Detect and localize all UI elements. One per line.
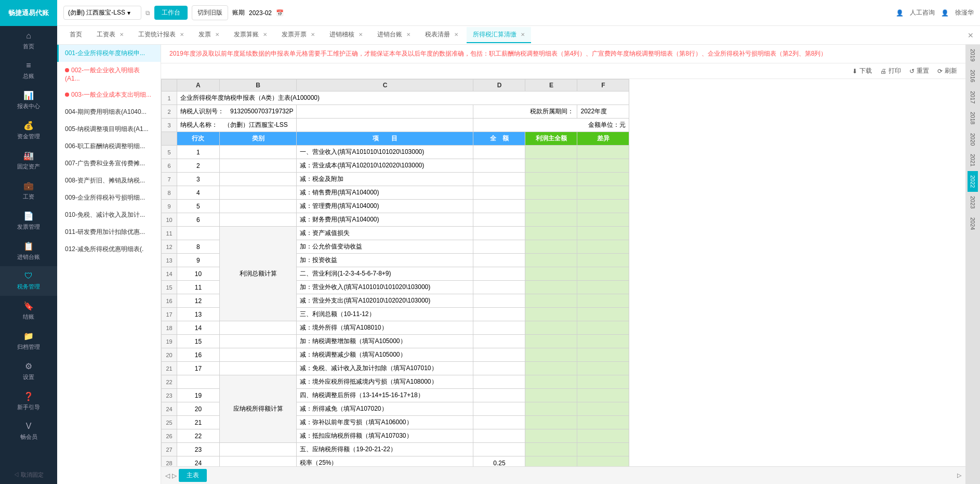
cell-lirun-11[interactable]	[525, 281, 577, 294]
left-panel-item-004[interactable]: 004-期间费用明细表(A1040...	[57, 103, 161, 121]
cell-quane-12[interactable]	[473, 294, 525, 308]
cell-chay-10[interactable]	[577, 267, 629, 281]
cell-quane-17[interactable]	[473, 362, 525, 375]
year-2020[interactable]: 2020	[968, 129, 978, 150]
tab-salary-close[interactable]: ✕	[120, 32, 124, 37]
cell-chay-7[interactable]	[577, 227, 629, 240]
cell-quane-24[interactable]: 0.25	[473, 456, 525, 466]
cell-xuhao-8[interactable]: 8	[177, 240, 220, 254]
sidebar-item-close[interactable]: 🔖 结账	[0, 296, 57, 326]
cell-quane-19[interactable]	[473, 389, 525, 402]
cell-xuhao-14[interactable]: 14	[177, 321, 220, 335]
left-panel-item-010[interactable]: 010-免税、减计收入及加计...	[57, 206, 161, 224]
cell-leibie-1[interactable]	[219, 146, 297, 159]
cell-xuhao-7a[interactable]	[177, 227, 220, 240]
table-row[interactable]: 18 14 减：境外所得（填写A108010）	[162, 321, 629, 335]
cell-xuhao-5[interactable]: 5	[177, 200, 220, 213]
cell-quane-18[interactable]	[473, 375, 525, 389]
year-2022[interactable]: 2022	[968, 171, 978, 192]
sidebar-item-assets[interactable]: 🏭 固定资产	[0, 146, 57, 176]
table-row[interactable]: 7 3 减：税金及附加	[162, 173, 629, 186]
cell-xuhao-10[interactable]: 10	[177, 267, 220, 281]
tab-home[interactable]: 首页	[63, 27, 88, 43]
cell-lirun-18[interactable]	[525, 375, 577, 389]
cell-quane-13[interactable]	[473, 308, 525, 321]
year-2019[interactable]: 2019	[968, 45, 978, 66]
left-panel-item-001[interactable]: 001-企业所得税年度纳税申...	[57, 45, 161, 62]
table-row[interactable]: 27 23 五、应纳税所得额（19-20-21-22）	[162, 443, 629, 456]
cell-lirun-2[interactable]	[525, 159, 577, 173]
cell-leibie-3[interactable]	[219, 173, 297, 186]
cell-lirun-5[interactable]	[525, 200, 577, 213]
table-row[interactable]: 10 6 减：财务费用(填写A104000)	[162, 213, 629, 227]
workbench-button[interactable]: 工作台	[154, 6, 188, 20]
tab-audit-close[interactable]: ✕	[359, 32, 363, 37]
sidebar-item-salary[interactable]: 💼 工资	[0, 176, 57, 206]
cell-leibie-16[interactable]	[219, 348, 297, 362]
cell-lirun-24[interactable]	[525, 456, 577, 466]
cell-lirun-8[interactable]	[525, 240, 577, 254]
table-row[interactable]: 8 4 减：销售费用(填写A104000)	[162, 186, 629, 200]
sidebar-item-fund[interactable]: 💰 资金管理	[0, 115, 57, 146]
cell-chay-18[interactable]	[577, 375, 629, 389]
cell-lirun-7[interactable]	[525, 227, 577, 240]
cell-xuhao-3[interactable]: 3	[177, 173, 220, 186]
cell-chay-11[interactable]	[577, 281, 629, 294]
year-2018[interactable]: 2018	[968, 108, 978, 128]
cell-xuhao-2[interactable]: 2	[177, 159, 220, 173]
tab-invoice-open-close[interactable]: ✕	[311, 32, 315, 37]
year-2024[interactable]: 2024	[968, 213, 978, 234]
cell-lirun-21[interactable]	[525, 416, 577, 429]
sheet-tab-main[interactable]: 主表	[179, 469, 207, 482]
left-panel-item-009[interactable]: 009-企业所得税补亏损明细...	[57, 189, 161, 206]
cell-lirun-20[interactable]	[525, 402, 577, 416]
sidebar-item-report[interactable]: 📊 报表中心	[0, 85, 57, 115]
sidebar-item-ledger[interactable]: ≡ 总账	[0, 56, 57, 85]
tab-ledger[interactable]: 进销台账✕	[371, 27, 417, 43]
left-panel-item-002[interactable]: 002-一般企业收入明细表(A1...	[57, 62, 161, 86]
cell-chay-16[interactable]	[577, 348, 629, 362]
cell-quane-5[interactable]	[473, 200, 525, 213]
cell-xuhao-19[interactable]: 19	[177, 389, 220, 402]
left-panel-item-008[interactable]: 008-资产折旧、摊销及纳税...	[57, 172, 161, 189]
tab-income-tax[interactable]: 所得税汇算清缴✕	[467, 27, 531, 43]
tab-taxclear-close[interactable]: ✕	[454, 32, 458, 37]
cell-chay-15[interactable]	[577, 335, 629, 348]
cell-quane-9[interactable]	[473, 254, 525, 267]
cell-xuhao-12[interactable]: 12	[177, 294, 220, 308]
next-sheet-icon[interactable]: ▷	[172, 472, 177, 479]
cell-chay-3[interactable]	[577, 173, 629, 186]
cell-quane-14[interactable]	[473, 321, 525, 335]
calendar-icon[interactable]: 📅	[276, 9, 284, 17]
left-panel-item-006[interactable]: 006-职工薪酬纳税调整明细...	[57, 138, 161, 155]
cell-lirun-12[interactable]	[525, 294, 577, 308]
cell-chay-13[interactable]	[577, 308, 629, 321]
cell-quane-4[interactable]	[473, 186, 525, 200]
cell-chay-8[interactable]	[577, 240, 629, 254]
tab-salary-stat-close[interactable]: ✕	[180, 32, 184, 37]
cell-lirun-10[interactable]	[525, 267, 577, 281]
tab-invoice[interactable]: 发票✕	[192, 27, 226, 43]
cell-chay-1[interactable]	[577, 146, 629, 159]
cell-leibie-17[interactable]	[219, 362, 297, 375]
cell-leibie-24[interactable]	[219, 456, 297, 466]
cell-xuhao-18a[interactable]	[177, 375, 220, 389]
cell-leibie-4[interactable]	[219, 186, 297, 200]
sidebar-item-archive[interactable]: 📁 归档管理	[0, 326, 57, 356]
cell-xuhao-16[interactable]: 16	[177, 348, 220, 362]
cell-quane-20[interactable]	[473, 402, 525, 416]
cell-chay-12[interactable]	[577, 294, 629, 308]
switch-button[interactable]: 切到旧版	[192, 5, 228, 20]
table-row[interactable]: 11 利润总额计算 减：资产减值损失	[162, 227, 629, 240]
cell-quane-6[interactable]	[473, 213, 525, 227]
cell-chay-22[interactable]	[577, 429, 629, 443]
sidebar-item-vip[interactable]: V 畅会员	[0, 416, 57, 446]
tab-invoice-open[interactable]: 发票开票✕	[275, 27, 321, 43]
cell-lirun-17[interactable]	[525, 362, 577, 375]
cell-chay-6[interactable]	[577, 213, 629, 227]
tab-invoice-close[interactable]: ✕	[215, 32, 219, 37]
sidebar-item-guide[interactable]: ❓ 新手引导	[0, 386, 57, 416]
left-panel-item-012[interactable]: 012-减免所得税优惠明细表(.	[57, 241, 161, 258]
cell-lirun-23[interactable]	[525, 443, 577, 456]
left-panel-item-011[interactable]: 011-研发费用加计扣除优惠...	[57, 224, 161, 241]
